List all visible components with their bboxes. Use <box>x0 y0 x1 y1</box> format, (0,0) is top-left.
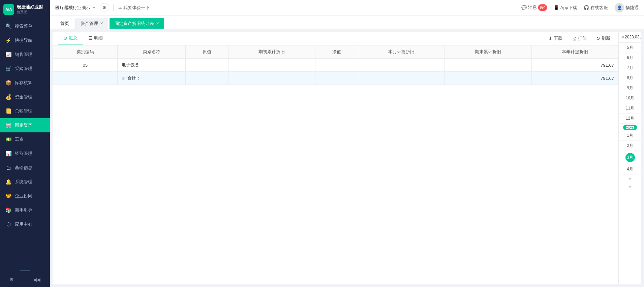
sidebar-item-basic-info[interactable]: 🗂 基础信息 <box>0 161 50 175</box>
sidebar-item-quick-nav[interactable]: ⚡ 快捷导航 <box>0 33 50 47</box>
sidebar-label-ledger: 总账管理 <box>15 108 32 114</box>
subtotal-net <box>315 72 358 85</box>
notifications-badge: 99+ <box>538 4 547 10</box>
sidebar-item-inventory[interactable]: 📦 库存核算 <box>0 76 50 90</box>
download-button[interactable]: ⬇ 下载 <box>546 34 565 43</box>
sidebar-item-purchase[interactable]: 🛒 采购管理 <box>0 62 50 76</box>
sidebar-item-payroll[interactable]: 💵 工资 <box>0 132 50 147</box>
date-month-5[interactable]: 5月 <box>619 43 641 53</box>
customer-service-button[interactable]: 🎧 在线客服 <box>584 5 608 11</box>
experience-label: 我要体验一下 <box>123 5 150 11</box>
scroll-down-indicator-2: ▼ <box>619 184 641 190</box>
subtotal-row: ⊞ 合计： 791.67 <box>53 72 618 85</box>
sidebar-item-ledger[interactable]: 📒 总账管理 <box>0 104 50 118</box>
sidebar-item-finance[interactable]: 💰 资金管理 <box>0 90 50 104</box>
tabbar: 首页 资产管理 ✕ 固定资产折旧统计表 ✕ <box>50 15 644 29</box>
sidebar-label-operations: 经营管理 <box>15 151 32 157</box>
date-panel-expand-button[interactable]: ⤢ <box>639 34 641 40</box>
sidebar-settings-button[interactable]: ⚙ <box>7 275 16 284</box>
date-panel-close-button[interactable]: ✕ <box>621 34 625 40</box>
subtab-detail[interactable]: ☰ 明细 <box>83 32 108 44</box>
subtab-summary-label: 汇总 <box>69 35 78 41</box>
settings-icon: ⚙ <box>102 5 106 10</box>
tab-depreciation-report-close[interactable]: ✕ <box>156 21 159 26</box>
date-month-9[interactable]: 9月 <box>619 83 641 93</box>
subtotal-annual-depr: 791.67 <box>531 72 618 85</box>
basic-info-icon: 🗂 <box>5 165 11 171</box>
tab-home[interactable]: 首页 <box>55 18 74 29</box>
sidebar-item-guide[interactable]: 📚 新手引导 <box>0 203 50 217</box>
refresh-icon: ↻ <box>596 36 600 41</box>
user-menu[interactable]: 👤 畅捷通 <box>615 3 639 12</box>
date-panel: ✕ 2023.03 ⤢ 5月 6月 7月 8月 9月 10月 11月 12月 <box>618 32 641 284</box>
sidebar-item-enterprise[interactable]: 🤝 企业协同 <box>0 189 50 203</box>
toolbar: ⬇ 下载 🖨 打印 ↻ 刷新 <box>546 34 613 43</box>
sidebar-item-sales[interactable]: 📈 销售管理 <box>0 47 50 62</box>
date-month-12[interactable]: 12月 <box>619 114 641 124</box>
search-icon: 🔍 <box>5 23 11 29</box>
finance-icon: 💰 <box>5 94 11 100</box>
cell-monthly-depr <box>358 59 444 72</box>
sidebar-nav: 🔍 搜索菜单 ⚡ 快捷导航 📈 销售管理 🛒 采购管理 📦 库存核算 💰 资金管… <box>0 19 50 269</box>
notifications-button[interactable]: 💬 消息 99+ <box>521 4 547 10</box>
detail-icon: ☰ <box>88 35 93 41</box>
date-year-2023: 2023 <box>619 124 641 131</box>
cell-code: 05 <box>53 59 118 72</box>
date-month-8[interactable]: 8月 <box>619 73 641 83</box>
date-month-2023-4[interactable]: 4月 <box>619 164 641 174</box>
sidebar-collapse-button[interactable]: ◀◀ <box>31 275 42 284</box>
table-row: 05 电子设备 791.67 <box>53 59 618 72</box>
sidebar-label-enterprise: 企业协同 <box>15 193 32 199</box>
sidebar-label-fixed-assets: 固定资产 <box>15 122 32 128</box>
active-month-row: 3月 <box>619 151 641 164</box>
message-icon: 💬 <box>521 5 527 10</box>
date-month-10[interactable]: 10月 <box>619 93 641 103</box>
sales-icon: 📈 <box>5 52 11 58</box>
sidebar-item-operations[interactable]: 📊 经营管理 <box>0 147 50 161</box>
divider <box>113 4 114 11</box>
date-section-2023-upper: 5月 6月 7月 8月 9月 10月 11月 12月 <box>619 43 641 124</box>
app-edition: 普及版 <box>17 10 43 14</box>
ledger-icon: 📒 <box>5 108 11 114</box>
subtab-summary[interactable]: ⊙ 汇总 <box>58 32 83 44</box>
customer-service-label: 在线客服 <box>590 5 608 11</box>
system-icon: 🔔 <box>5 179 11 185</box>
col-initial-accum: 期初累计折旧 <box>228 45 315 59</box>
cell-annual-depr: 791.67 <box>531 59 618 72</box>
date-scroll[interactable]: 5月 6月 7月 8月 9月 10月 11月 12月 2023 1月 2月 <box>619 43 641 284</box>
tab-asset-management[interactable]: 资产管理 ✕ <box>75 18 108 29</box>
app-download-button[interactable]: 📱 App下载 <box>554 5 577 11</box>
sidebar-item-search[interactable]: 🔍 搜索菜单 <box>0 19 50 33</box>
tab-asset-management-close[interactable]: ✕ <box>100 21 103 26</box>
settings-button[interactable]: ⚙ <box>100 3 109 12</box>
sidebar-item-system[interactable]: 🔔 系统管理 <box>0 175 50 189</box>
date-month-2023-1[interactable]: 1月 <box>619 131 641 141</box>
date-month-7[interactable]: 7月 <box>619 63 641 73</box>
date-month-2023-2[interactable]: 2月 <box>619 141 641 151</box>
company-name: 医疗器械行业演示 <box>55 5 90 11</box>
notifications-label: 消息 <box>528 4 537 10</box>
cell-net <box>315 59 358 72</box>
print-button[interactable]: 🖨 打印 <box>569 34 589 43</box>
refresh-button[interactable]: ↻ 刷新 <box>593 34 613 43</box>
app-name: 畅捷通好业财 <box>17 4 43 10</box>
experience-button[interactable]: ☁ 我要体验一下 <box>118 5 150 11</box>
app-download-label: App下载 <box>560 5 577 11</box>
date-panel-header: ✕ 2023.03 ⤢ <box>619 32 641 43</box>
company-selector[interactable]: 医疗器械行业演示 ▼ <box>55 5 96 11</box>
sidebar-label-finance: 资金管理 <box>15 94 32 100</box>
sidebar-label-quick-nav: 快捷导航 <box>15 37 32 43</box>
sidebar-item-app-center[interactable]: ⬡ 应用中心 <box>0 217 50 231</box>
date-month-2023-3[interactable]: 3月 <box>625 153 635 162</box>
date-month-6[interactable]: 6月 <box>619 53 641 63</box>
download-label: 下载 <box>554 35 562 41</box>
tab-depreciation-report[interactable]: 固定资产折旧统计表 ✕ <box>110 18 164 29</box>
refresh-label: 刷新 <box>602 35 610 41</box>
depreciation-table: 类别编码 类别名称 原值 期初累计折旧 净值 本月计提折旧 期末累计折旧 本年计… <box>53 45 618 85</box>
sidebar-bottom: ⚙ ◀◀ <box>0 272 50 287</box>
cell-end-accum <box>445 59 531 72</box>
col-annual-depr: 本年计提折旧 <box>531 45 618 59</box>
date-month-11[interactable]: 11月 <box>619 103 641 114</box>
sidebar-label-guide: 新手引导 <box>15 207 32 213</box>
sidebar-item-fixed-assets[interactable]: 🏢 固定资产 <box>0 118 50 132</box>
